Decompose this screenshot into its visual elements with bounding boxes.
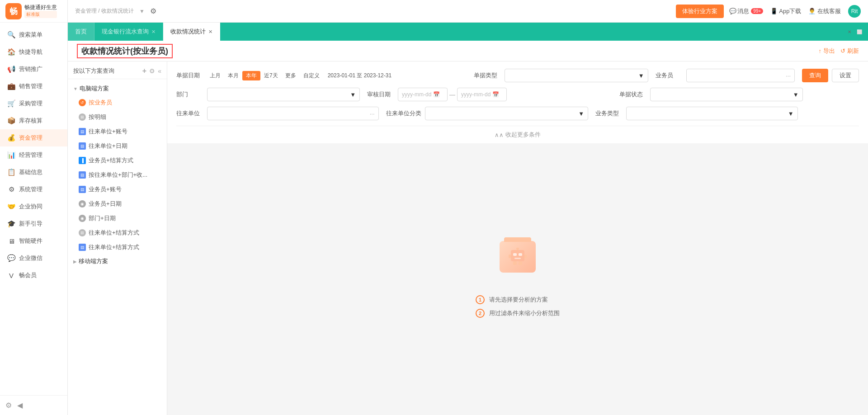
review-date-field: 审核日期 yyyy-mm-dd 📅 — yyyy-mm-dd 📅: [367, 88, 612, 101]
sidebar-item-system[interactable]: ⚙ 系统管理: [0, 181, 67, 198]
detail-item-icon: ⊞: [79, 113, 86, 121]
trial-button[interactable]: 体验行业方案: [676, 5, 724, 18]
review-date-start-placeholder: yyyy-mm-dd: [402, 91, 431, 98]
tab-receipt[interactable]: 收款情况统计 ✕: [163, 23, 220, 41]
sidebar-item-label: 销售管理: [19, 82, 42, 90]
svg-point-9: [516, 248, 519, 250]
date-opt-more[interactable]: 更多: [282, 71, 300, 80]
tab-bank-close[interactable]: ✕: [151, 29, 156, 35]
partner-category-select[interactable]: ▼: [425, 107, 589, 120]
salesperson-select[interactable]: ···: [686, 69, 795, 82]
review-date-end-input[interactable]: yyyy-mm-dd 📅: [457, 88, 507, 101]
close-window-icon[interactable]: ✕: [846, 28, 853, 35]
scheme-item-partner-account[interactable]: ▤ 往来单位+账号: [68, 124, 167, 139]
collapse-sidebar-icon[interactable]: ◀: [17, 401, 23, 410]
scheme-item-partner-settle2[interactable]: ▤ 往来单位+结算方式: [68, 240, 167, 255]
empty-steps: 1 请先选择要分析的方案 2 用过滤条件来缩小分析范围: [476, 295, 560, 318]
dropdown-arrow-icon[interactable]: ▼: [139, 8, 145, 14]
sidebar-item-member[interactable]: V 畅会员: [0, 267, 67, 284]
biz-type-label: 业务类型: [595, 109, 623, 118]
review-date-start-input[interactable]: yyyy-mm-dd 📅: [398, 88, 448, 101]
partner-date-icon: ▤: [79, 142, 86, 150]
sidebar-item-marketing[interactable]: 📢 营销推广: [0, 61, 67, 78]
svg-rect-7: [513, 261, 517, 265]
dept-dropdown-icon: ▼: [350, 91, 356, 98]
scheme-category-desktop[interactable]: ▼ 电脑端方案: [68, 82, 167, 95]
page-header: 收款情况统计(按业务员) ↑ 导出 ↺ 刷新: [68, 41, 868, 61]
sidebar-item-hardware[interactable]: 🖥 智能硬件: [0, 232, 67, 250]
doc-status-select[interactable]: ▼: [650, 88, 803, 101]
refresh-button[interactable]: ↺ 刷新: [840, 47, 859, 55]
query-button[interactable]: 查询: [802, 69, 828, 82]
app-download[interactable]: 📱 App下载: [770, 7, 801, 15]
partner-category-label: 往来单位分类: [386, 109, 421, 118]
date-opt-this-month[interactable]: 本月: [224, 71, 242, 80]
scheme-item-salesperson-account[interactable]: ▤ 业务员+账号: [68, 182, 167, 197]
sidebar-item-label: 经营管理: [19, 151, 42, 159]
sidebar-item-sales[interactable]: 💼 销售管理: [0, 78, 67, 95]
refresh-icon: ↺: [840, 47, 845, 54]
logo-badge: 标准版: [24, 11, 57, 18]
scheme-item-label: 按往来单位+部门+收...: [89, 171, 147, 179]
collapse-filters-btn[interactable]: ∧∧ 收起更多条件: [176, 126, 859, 143]
home-icon: 🏠: [7, 48, 15, 56]
tab-receipt-close[interactable]: ✕: [208, 29, 212, 35]
calendar-end-icon[interactable]: 📅: [492, 91, 499, 98]
tab-bank[interactable]: 现金银行流水查询 ✕: [94, 23, 163, 41]
sidebar-item-purchase[interactable]: 🛒 采购管理: [0, 95, 67, 112]
sidebar-item-basic[interactable]: 📋 基础信息: [0, 164, 67, 181]
tab-home[interactable]: 首页: [68, 23, 94, 41]
scheme-item-partner-settle1[interactable]: ⊞ 往来单位+结算方式: [68, 226, 167, 240]
sidebar-item-enterprise[interactable]: 🤝 企业协同: [0, 198, 67, 215]
partner-select[interactable]: ···: [207, 107, 379, 120]
scheme-item-label: 业务员+日期: [89, 200, 122, 208]
biz-type-select[interactable]: ▼: [626, 107, 798, 120]
doc-status-dropdown-icon: ▼: [793, 91, 799, 98]
maximize-window-icon[interactable]: ⬜: [856, 28, 863, 35]
scheme-item-salesperson-date[interactable]: ◉ 业务员+日期: [68, 197, 167, 211]
sidebar-item-label: 库存核算: [19, 117, 42, 125]
date-opt-this-year[interactable]: 本年: [242, 71, 260, 80]
doc-status-label: 单据状态: [619, 90, 646, 99]
setting-scheme-icon[interactable]: ⚙: [149, 67, 155, 75]
date-opt-custom[interactable]: 自定义: [300, 71, 323, 80]
sidebar-item-guide[interactable]: 🎓 新手引导: [0, 215, 67, 232]
sidebar-item-quicknav[interactable]: 🏠 快捷导航: [0, 43, 67, 61]
date-opt-7days[interactable]: 近7天: [260, 71, 282, 80]
window-controls: ✕ ⬜: [841, 28, 868, 35]
scheme-category-mobile[interactable]: ▶ 移动端方案: [68, 255, 167, 268]
date-label: 单据日期: [176, 71, 203, 80]
scheme-item-partner-date[interactable]: ▤ 往来单位+日期: [68, 139, 167, 153]
user-avatar[interactable]: Rit: [848, 5, 861, 18]
sidebar-item-inventory[interactable]: 📦 库存核算: [0, 112, 67, 129]
sidebar-item-wechat[interactable]: 💬 企业微信: [0, 250, 67, 267]
scheme-item-by-detail[interactable]: ⊞ 按明细: [68, 110, 167, 124]
collapse-scheme-icon[interactable]: «: [158, 67, 161, 75]
sales-icon: 💼: [7, 82, 15, 90]
scheme-item-salesperson-settle[interactable]: ▐ 业务员+结算方式: [68, 153, 167, 168]
setting-button[interactable]: 设置: [832, 69, 859, 82]
tabbar: 首页 现金银行流水查询 ✕ 收款情况统计 ✕ ✕ ⬜: [68, 23, 868, 41]
collapse-label: 收起更多条件: [505, 131, 541, 139]
export-button[interactable]: ↑ 导出: [819, 47, 835, 55]
date-opt-last-month[interactable]: 上月: [206, 71, 224, 80]
sidebar-item-operation[interactable]: 📊 经营管理: [0, 146, 67, 164]
scheme-item-partner-dept[interactable]: ▤ 按往来单位+部门+收...: [68, 168, 167, 182]
date-separator: —: [449, 91, 455, 98]
svg-rect-8: [519, 261, 522, 265]
settings-bottom-icon[interactable]: ⚙: [5, 401, 12, 410]
salesperson-label: 业务员: [656, 71, 683, 80]
sidebar-item-finance[interactable]: 💰 资金管理: [0, 129, 67, 146]
partner-field: 往来单位 ···: [176, 107, 379, 120]
review-date-range: yyyy-mm-dd 📅 — yyyy-mm-dd 📅: [398, 88, 612, 101]
calendar-start-icon[interactable]: 📅: [433, 91, 440, 98]
sidebar-item-search[interactable]: 🔍 搜索菜单: [0, 26, 67, 43]
scheme-item-by-salesperson[interactable]: ↺ 按业务员: [68, 95, 167, 110]
dept-select[interactable]: ▼: [207, 88, 360, 101]
message-icon[interactable]: 💬 消息 99+: [729, 7, 763, 15]
add-scheme-icon[interactable]: +: [142, 67, 146, 75]
doc-type-select[interactable]: ▼: [505, 69, 648, 82]
gear-icon[interactable]: ⚙: [150, 7, 156, 15]
online-service[interactable]: 👨‍💼 在线客服: [808, 7, 841, 15]
scheme-item-dept-date[interactable]: ◉ 部门+日期: [68, 211, 167, 226]
